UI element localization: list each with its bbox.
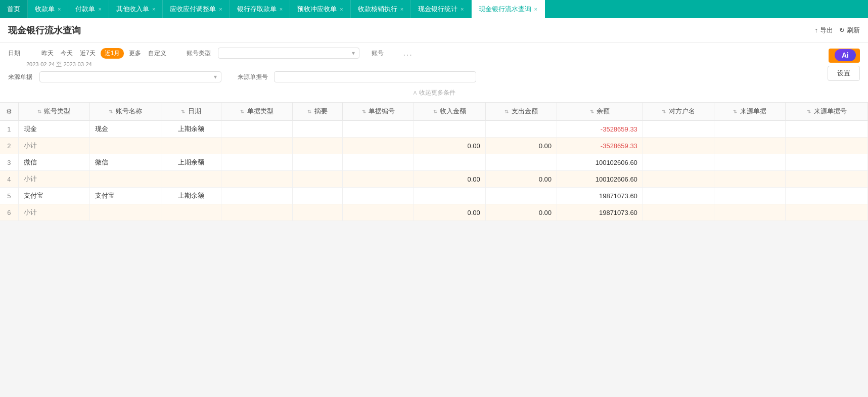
- cell-doc-type: [221, 138, 293, 154]
- cell-num: 4: [0, 171, 18, 188]
- nav-tab-prepay[interactable]: 预收冲应收单 ×: [290, 0, 350, 18]
- th-doc-no[interactable]: ⇅ 单据编号: [343, 103, 414, 120]
- refresh-button[interactable]: ↻ 刷新: [839, 26, 860, 35]
- nav-tab-payments[interactable]: 付款单 ×: [68, 0, 109, 18]
- cell-source-doc-no: [786, 120, 868, 138]
- cell-account-name: [89, 171, 161, 188]
- cell-summary: [293, 138, 343, 154]
- cell-date: 上期余额: [161, 188, 221, 204]
- nav-tab-receipt-verify[interactable]: 收款核销执行 ×: [351, 0, 411, 18]
- cell-balance: -3528659.33: [557, 120, 643, 138]
- nav-tab-receipts[interactable]: 收款单 ×: [28, 0, 68, 18]
- cell-counterparty: [643, 204, 714, 221]
- shortcut-yesterday[interactable]: 昨天: [39, 49, 56, 58]
- chevron-down-icon: ▾: [352, 50, 355, 57]
- cell-account-name: 支付宝: [89, 188, 161, 204]
- data-table: ⚙ ⇅ 账号类型 ⇅ 账号名称 ⇅ 日期 ⇅ 单据类型: [0, 103, 868, 221]
- close-icon[interactable]: ×: [152, 6, 155, 12]
- cell-balance: -3528659.33: [557, 138, 643, 154]
- shortcut-more[interactable]: 更多: [127, 49, 143, 58]
- cell-doc-type: [221, 154, 293, 171]
- refresh-icon: ↻: [839, 26, 845, 34]
- th-income[interactable]: ⇅ 收入金额: [414, 103, 485, 120]
- ai-badge[interactable]: Ai: [835, 49, 856, 61]
- cell-income: 0.00: [414, 171, 485, 188]
- more-options-button[interactable]: ...: [403, 49, 413, 58]
- nav-tab-bank-flow[interactable]: 现金银行流水查询 ×: [472, 0, 545, 18]
- cell-source-doc-no: [786, 138, 868, 154]
- close-icon[interactable]: ×: [461, 6, 464, 12]
- cell-counterparty: [643, 120, 714, 138]
- cell-doc-no: [343, 154, 414, 171]
- close-icon[interactable]: ×: [280, 6, 283, 12]
- cell-doc-type: [221, 120, 293, 138]
- collapse-up-icon: ∧: [413, 89, 418, 96]
- cell-source-doc-no: [786, 154, 868, 171]
- cell-doc-no: [343, 138, 414, 154]
- cell-doc-type: [221, 204, 293, 221]
- cell-source-doc: [714, 204, 786, 221]
- filter-row-source: 来源单据 ▾ 来源单据号: [8, 71, 811, 82]
- chevron-down-icon: ▾: [214, 73, 217, 80]
- collapse-button[interactable]: ∧ 收起更多条件: [8, 86, 860, 98]
- th-balance[interactable]: ⇅ 余额: [557, 103, 643, 120]
- close-icon[interactable]: ×: [58, 6, 61, 12]
- shortcut-7days[interactable]: 近7天: [78, 49, 98, 58]
- shortcut-1month[interactable]: 近1月: [101, 48, 124, 59]
- sort-icon: ⇅: [37, 109, 41, 114]
- data-table-container: ⚙ ⇅ 账号类型 ⇅ 账号名称 ⇅ 日期 ⇅ 单据类型: [0, 103, 868, 221]
- nav-tab-other-income[interactable]: 其他收入单 ×: [109, 0, 163, 18]
- cell-source-doc-no: [786, 188, 868, 204]
- cell-account-name: [89, 204, 161, 221]
- nav-home[interactable]: 首页: [0, 0, 28, 18]
- th-date[interactable]: ⇅ 日期: [161, 103, 221, 120]
- nav-tab-ar-ap-adjust[interactable]: 应收应付调整单 ×: [163, 0, 230, 18]
- cell-source-doc: [714, 138, 786, 154]
- cell-account-type: 支付宝: [18, 188, 89, 204]
- filter-area: 日期 昨天 今天 近7天 近1月 更多 自定义 账号类型 ▾ 账号 ..: [0, 42, 868, 103]
- cell-doc-no: [343, 204, 414, 221]
- export-button[interactable]: ↑ 导出: [815, 26, 834, 35]
- th-doc-type[interactable]: ⇅ 单据类型: [221, 103, 293, 120]
- cell-account-type: 现金: [18, 120, 89, 138]
- source-doc-label: 来源单据: [8, 73, 33, 81]
- cell-balance: 100102606.60: [557, 171, 643, 188]
- sort-icon: ⇅: [662, 109, 666, 114]
- account-type-dropdown[interactable]: ▾: [218, 48, 359, 59]
- cell-date: [161, 171, 221, 188]
- header-actions: ↑ 导出 ↻ 刷新: [815, 26, 860, 35]
- cell-balance: 100102606.60: [557, 154, 643, 171]
- sort-icon: ⇅: [433, 109, 437, 114]
- th-settings[interactable]: ⚙: [0, 103, 18, 120]
- th-source-doc-no[interactable]: ⇅ 来源单据号: [786, 103, 868, 120]
- top-nav: 首页 收款单 × 付款单 × 其他收入单 × 应收应付调整单 × 银行存取款单 …: [0, 0, 868, 18]
- source-doc-dropdown[interactable]: ▾: [39, 71, 221, 82]
- th-source-doc[interactable]: ⇅ 来源单据: [714, 103, 786, 120]
- table-header-row: ⚙ ⇅ 账号类型 ⇅ 账号名称 ⇅ 日期 ⇅ 单据类型: [0, 103, 868, 120]
- close-icon[interactable]: ×: [98, 6, 101, 12]
- cell-summary: [293, 188, 343, 204]
- nav-tab-bank-deposit[interactable]: 银行存取款单 ×: [230, 0, 290, 18]
- account-label: 账号: [372, 49, 397, 58]
- sort-icon: ⇅: [362, 109, 366, 114]
- cell-counterparty: [643, 171, 714, 188]
- source-doc-no-input[interactable]: [274, 71, 476, 82]
- nav-tab-bank-stats[interactable]: 现金银行统计 ×: [411, 0, 471, 18]
- th-summary[interactable]: ⇅ 摘要: [293, 103, 343, 120]
- setting-button[interactable]: 设置: [828, 66, 860, 81]
- th-counterparty[interactable]: ⇅ 对方户名: [643, 103, 714, 120]
- close-icon[interactable]: ×: [219, 6, 222, 12]
- cell-account-type: 微信: [18, 154, 89, 171]
- cell-summary: [293, 204, 343, 221]
- th-account-type[interactable]: ⇅ 账号类型: [18, 103, 89, 120]
- th-expense[interactable]: ⇅ 支出金额: [485, 103, 557, 120]
- shortcut-today[interactable]: 今天: [59, 49, 75, 58]
- th-account-name[interactable]: ⇅ 账号名称: [89, 103, 161, 120]
- cell-summary: [293, 154, 343, 171]
- close-icon[interactable]: ×: [340, 6, 343, 12]
- close-icon[interactable]: ×: [534, 6, 537, 12]
- date-shortcuts: 昨天 今天 近7天 近1月 更多 自定义: [39, 48, 168, 59]
- close-icon[interactable]: ×: [400, 6, 403, 12]
- cell-date: [161, 138, 221, 154]
- shortcut-custom[interactable]: 自定义: [146, 49, 168, 58]
